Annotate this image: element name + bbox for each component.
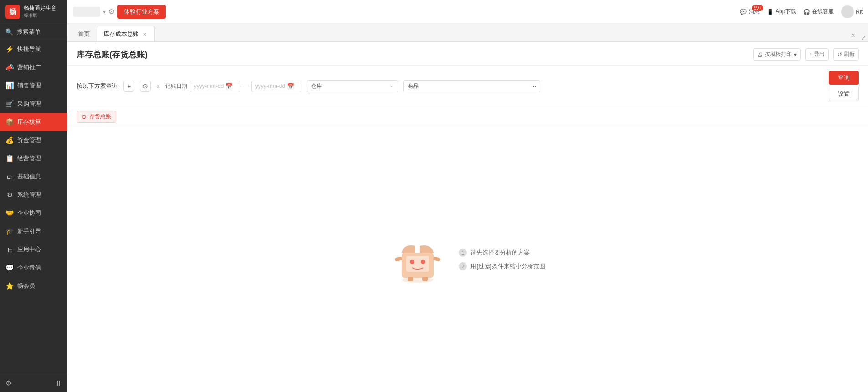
quicknav-icon: ⚡	[5, 45, 14, 53]
svg-point-4	[421, 260, 425, 264]
sidebar-nav: ⚡ 快捷导航 📣 营销推广 📊 销售管理 🛒 采购管理 📦 库存核算 💰 资金管…	[0, 40, 67, 374]
export-label: 导出	[814, 51, 825, 58]
svg-rect-8	[433, 256, 441, 262]
settings-btn[interactable]: 设置	[829, 87, 859, 101]
print-btn[interactable]: 🖨 按模板打印 ▾	[753, 48, 801, 61]
goods-label: 商品	[408, 82, 419, 90]
user-avatar-area[interactable]: Rit	[841, 5, 863, 18]
content-area: 库存总账(存货总账) 🖨 按模板打印 ▾ ↑ 导出 ↺ 刷新 按以下方案查询	[67, 42, 868, 392]
sidebar-item-guide[interactable]: 🎓 新手引导	[0, 222, 67, 240]
sidebar-item-sales[interactable]: 📊 销售管理	[0, 76, 67, 95]
topbar-right: 💬 消息 99+ 📱 App下载 🎧 在线客服 Rit	[740, 5, 863, 18]
topbar-breadcrumb: ▾ ⚙ 体验行业方案	[73, 5, 736, 19]
sidebar-item-operations[interactable]: 📋 经营管理	[0, 149, 67, 168]
refresh-label: 刷新	[844, 51, 855, 58]
topbar-brand	[73, 7, 100, 17]
page-title: 库存总账(存货总账)	[77, 49, 148, 60]
finance-icon: 💰	[5, 136, 14, 144]
online-support-btn[interactable]: 🎧 在线客服	[803, 8, 834, 15]
sidebar-item-inventory[interactable]: 📦 库存核算	[0, 113, 67, 131]
empty-text: 1 请先选择要分析的方案 2 用[过滤]条件来缩小分析范围	[459, 249, 545, 270]
tab-inventory-ledger[interactable]: 库存成本总账 ×	[97, 26, 155, 41]
filter-collapse-icon[interactable]: «	[156, 82, 160, 90]
sidebar-item-enterprise[interactable]: 🤝 企业协同	[0, 204, 67, 222]
operations-icon: 📋	[5, 154, 14, 163]
goods-input[interactable]: 商品 ···	[403, 80, 540, 92]
app-download-btn[interactable]: 📱 App下载	[767, 8, 796, 15]
svg-point-3	[410, 260, 414, 264]
sidebar-item-quicknav[interactable]: ⚡ 快捷导航	[0, 40, 67, 58]
calendar-start-icon[interactable]: 📅	[225, 83, 233, 90]
warehouse-label: 仓库	[311, 82, 322, 90]
calendar-end-icon[interactable]: 📅	[287, 83, 294, 90]
tip-num-1: 1	[459, 249, 467, 257]
sidebar-item-appcenter[interactable]: 🖥 应用中心	[0, 240, 67, 259]
scheme-tag-label: 存货总账	[89, 113, 111, 121]
filter-date: 记账日期 yyyy-mm-dd 📅 — yyyy-mm-dd 📅	[165, 81, 301, 92]
sidebar-logo: 畅 畅捷通好生意 标准版	[0, 0, 67, 24]
export-btn[interactable]: ↑ 导出	[805, 48, 829, 61]
sidebar-item-basic[interactable]: 🗂 基础信息	[0, 168, 67, 186]
tab-home[interactable]: 首页	[71, 26, 97, 41]
sidebar-item-system[interactable]: ⚙ 系统管理	[0, 186, 67, 204]
message-icon: 💬	[740, 9, 747, 15]
sidebar-item-marketing[interactable]: 📣 营销推广	[0, 58, 67, 76]
sidebar-item-finance-label: 资金管理	[17, 136, 41, 144]
industry-btn[interactable]: 体验行业方案	[117, 5, 166, 19]
sidebar-footer: ⚙ ⏸	[0, 374, 67, 392]
vip-icon: ⭐	[5, 282, 14, 290]
sidebar-item-purchase[interactable]: 🛒 采购管理	[0, 95, 67, 113]
audio-footer-icon[interactable]: ⏸	[55, 379, 62, 387]
breadcrumb-chevron-icon[interactable]: ▾	[103, 9, 106, 15]
empty-state: 1 请先选择要分析的方案 2 用[过滤]条件来缩小分析范围	[67, 127, 868, 392]
export-icon: ↑	[809, 51, 812, 58]
filter-add-btn[interactable]: +	[123, 81, 134, 92]
print-dropdown-icon[interactable]: ▾	[794, 51, 797, 58]
app-logo-icon: 畅	[5, 5, 20, 19]
phone-icon: 📱	[767, 9, 774, 15]
sidebar-search[interactable]: 🔍 搜索菜单	[0, 24, 67, 40]
topbar-gear-icon[interactable]: ⚙	[108, 7, 115, 16]
print-label: 按模板打印	[765, 51, 792, 58]
sidebar-item-guide-label: 新手引导	[17, 227, 41, 235]
sidebar-item-wechat-label: 企业微信	[17, 264, 41, 272]
inventory-icon: 📦	[5, 118, 14, 126]
page-header: 库存总账(存货总账) 🖨 按模板打印 ▾ ↑ 导出 ↺ 刷新	[67, 42, 868, 66]
tab-close-icon[interactable]: ×	[142, 31, 148, 37]
message-badge: 99+	[752, 5, 763, 11]
date-end-input[interactable]: yyyy-mm-dd 📅	[251, 81, 301, 92]
purchase-icon: 🛒	[5, 100, 14, 108]
wechat-icon: 💬	[5, 264, 14, 272]
app-name: 畅捷通好生意	[24, 5, 56, 12]
sidebar-item-inventory-label: 库存核算	[17, 118, 41, 126]
tab-resize-icon[interactable]: ⤢	[861, 34, 866, 41]
svg-point-0	[402, 277, 434, 283]
settings-footer-icon[interactable]: ⚙	[5, 379, 12, 387]
refresh-btn[interactable]: ↺ 刷新	[833, 48, 859, 61]
message-btn[interactable]: 💬 消息 99+	[740, 8, 760, 15]
app-download-label: App下载	[776, 8, 796, 15]
sidebar-item-vip-label: 畅会员	[17, 282, 35, 290]
marketing-icon: 📣	[5, 63, 14, 71]
sidebar-item-vip[interactable]: ⭐ 畅会员	[0, 277, 67, 295]
warehouse-more-icon: ···	[389, 83, 394, 89]
sidebar-item-wechat[interactable]: 💬 企业微信	[0, 259, 67, 277]
date-label: 记账日期	[165, 82, 187, 90]
scheme-tag-icon: ⊙	[82, 113, 87, 120]
headset-icon: 🎧	[803, 9, 810, 15]
warehouse-input[interactable]: 仓库 ···	[307, 80, 398, 92]
sidebar-item-finance[interactable]: 💰 资金管理	[0, 131, 67, 149]
filter-manage-btn[interactable]: ⊙	[140, 81, 151, 92]
sidebar-item-operations-label: 经营管理	[17, 154, 41, 163]
date-start-input[interactable]: yyyy-mm-dd 📅	[190, 81, 240, 92]
tabbar: 首页 库存成本总账 × × ⤢	[67, 24, 868, 42]
tab-panel-close-icon[interactable]: ×	[849, 30, 857, 41]
empty-tip-1: 1 请先选择要分析的方案	[459, 249, 545, 257]
print-icon: 🖨	[757, 51, 763, 58]
sidebar: 畅 畅捷通好生意 标准版 🔍 搜索菜单 ⚡ 快捷导航 📣 营销推广 📊 销售管理…	[0, 0, 67, 392]
page-header-actions: 🖨 按模板打印 ▾ ↑ 导出 ↺ 刷新	[753, 48, 859, 61]
scheme-tag[interactable]: ⊙ 存货总账	[77, 111, 116, 123]
user-name: Rit	[856, 9, 863, 15]
query-btn[interactable]: 查询	[829, 71, 859, 85]
refresh-icon: ↺	[837, 51, 842, 58]
